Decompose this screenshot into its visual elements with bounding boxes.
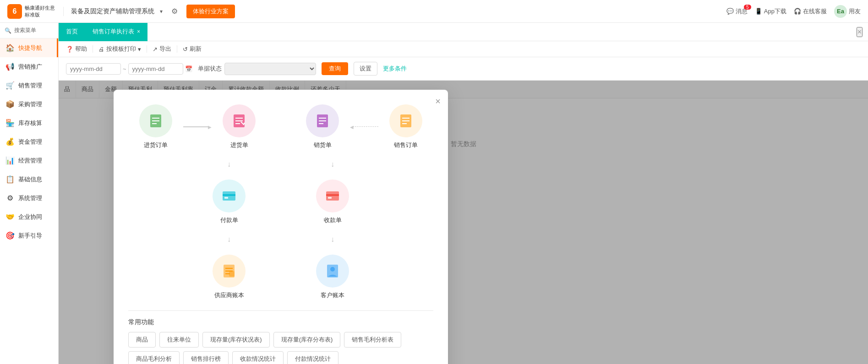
settings-icon[interactable]: ⚙	[168, 5, 181, 18]
tab-home[interactable]: 首页	[59, 23, 85, 41]
spacer-arrow	[183, 160, 202, 168]
setting-button[interactable]: 设置	[354, 62, 377, 76]
tab-bar: 首页 销售订单执行表 × ×	[59, 23, 868, 41]
flow-row-middle: 付款单	[128, 179, 433, 224]
tab-sales-order-exec[interactable]: 销售订单执行表 ×	[85, 23, 147, 41]
status-select[interactable]	[224, 63, 316, 75]
supplier-ledger-icon	[213, 255, 246, 288]
app-download-button[interactable]: 📱 App下载	[755, 7, 786, 16]
sidebar-item-label: 企业协同	[18, 213, 42, 221]
da-receipt: ↓	[305, 235, 360, 244]
enterprise-icon: 🤝	[5, 212, 15, 221]
common-functions-title: 常用功能	[128, 318, 433, 326]
func-btn-7[interactable]: 收款情况统计	[232, 351, 284, 364]
arrow-sales	[350, 125, 378, 130]
sidebar-item-inventory[interactable]: 🏪 库存核算	[0, 114, 58, 132]
func-btn-4[interactable]: 销售毛利分析表	[344, 332, 401, 348]
flow-arrows-down: ↓ ↓	[128, 160, 433, 168]
user-menu[interactable]: Ea 用友	[834, 5, 861, 18]
tab-close-all-button[interactable]: ×	[857, 27, 863, 37]
func-btn-5[interactable]: 商品毛利分析	[128, 351, 180, 364]
flow-item-purchase-order[interactable]: 进货订单	[128, 104, 183, 149]
sp4	[360, 235, 378, 244]
headset-icon: 🎧	[794, 8, 801, 15]
status-label: 单据状态	[198, 65, 222, 73]
system-icon: ⚙	[5, 194, 15, 202]
supplier-ledger-label: 供应商账本	[214, 291, 244, 299]
purchase-bill-icon	[223, 104, 256, 137]
flow-item-receipt[interactable]: 收款单	[305, 179, 360, 224]
sidebar-item-sales[interactable]: 🛒 销售管理	[0, 76, 58, 95]
separator3	[177, 45, 177, 53]
sidebar-item-enterprise[interactable]: 🤝 企业协同	[0, 207, 58, 226]
flow-item-sales-bill[interactable]: 销货单	[295, 104, 350, 149]
func-btn-1[interactable]: 往来单位	[159, 332, 199, 348]
logo-icon: 6	[7, 4, 22, 19]
flow-item-customer-ledger[interactable]: 客户账本	[305, 255, 360, 299]
receipt-label: 收款单	[324, 216, 342, 224]
flow-item-purchase-bill[interactable]: 进货单	[212, 104, 267, 149]
system-dropdown[interactable]: ▾	[160, 8, 163, 15]
svg-rect-17	[223, 194, 235, 196]
sidebar-item-guide[interactable]: 🎯 新手引导	[0, 226, 58, 245]
more-conditions-button[interactable]: 更多条件	[383, 65, 407, 73]
phone-icon: 📱	[755, 8, 762, 15]
sales-icon: 🛒	[5, 81, 15, 90]
purchase-order-label: 进货订单	[144, 141, 168, 149]
help-icon: ❓	[66, 46, 73, 53]
sidebar-item-label: 经营管理	[18, 157, 42, 165]
func-btn-3[interactable]: 现存量(库存分布表)	[273, 332, 341, 348]
top-divider	[63, 7, 64, 16]
logo-text: 畅康通好生意 标准版	[25, 5, 55, 18]
online-service-button[interactable]: 🎧 在线客服	[794, 7, 827, 16]
sidebar-item-label: 销售管理	[18, 81, 42, 90]
flow-item-sales-order[interactable]: 销售订单	[378, 104, 433, 149]
dropdown-icon: ▾	[138, 46, 141, 53]
date-end-input[interactable]	[128, 63, 183, 75]
date-start-input[interactable]	[66, 63, 121, 75]
func-btn-0[interactable]: 商品	[128, 332, 156, 348]
tab-label: 首页	[66, 27, 78, 36]
message-button[interactable]: 💬 消息 5	[726, 7, 748, 16]
func-btn-8[interactable]: 付款情况统计	[287, 351, 338, 364]
sidebar-item-operations[interactable]: 📊 经营管理	[0, 151, 58, 170]
modal-close-button[interactable]: ×	[435, 96, 441, 107]
sidebar-item-finance[interactable]: 💰 资金管理	[0, 132, 58, 151]
calendar-icon[interactable]: 📅	[185, 65, 192, 72]
content-inner: ❓ 帮助 🖨 按模板打印 ▾ ↗ 导出	[59, 41, 868, 364]
sales-bill-icon	[306, 104, 339, 137]
sp5	[378, 235, 433, 244]
export-button[interactable]: ↗ 导出	[153, 45, 171, 53]
sidebar-item-label: 基础信息	[18, 175, 42, 184]
spacer-mid	[257, 160, 305, 168]
template-print-button[interactable]: 🖨 按模板打印 ▾	[98, 45, 141, 53]
flow-item-payment[interactable]: 付款单	[202, 179, 257, 224]
sp2	[183, 235, 202, 244]
sp3	[257, 235, 305, 244]
refresh-button[interactable]: ↺ 刷新	[183, 45, 202, 53]
operations-icon: 📊	[5, 156, 15, 165]
query-button[interactable]: 查询	[322, 62, 348, 75]
message-icon: 💬	[726, 8, 734, 15]
func-btn-2[interactable]: 现存量(库存状况表)	[202, 332, 270, 348]
trial-button[interactable]: 体验行业方案	[186, 5, 235, 18]
flow-item-supplier-ledger[interactable]: 供应商账本	[202, 255, 257, 299]
sidebar-item-system[interactable]: ⚙ 系统管理	[0, 189, 58, 207]
sidebar: 🔍 快捷导航 搜索菜单 🏠 快捷导航 📢 营销推广 🛒 销售管理 📦 采购管理	[0, 23, 59, 364]
flow-row-bottom: 供应商账本	[128, 255, 433, 299]
func-btn-6[interactable]: 销售排行榜	[183, 351, 229, 364]
sidebar-item-quick-nav[interactable]: 🏠 快捷导航	[0, 38, 58, 57]
sidebar-item-label: 系统管理	[18, 194, 42, 202]
sidebar-item-basic-info[interactable]: 📋 基础信息	[0, 170, 58, 189]
spacer-right-arrow	[360, 160, 378, 168]
purchase-bill-label: 进货单	[230, 141, 248, 149]
sidebar-item-marketing[interactable]: 📢 营销推广	[0, 57, 58, 76]
logo-area: 6 畅康通好生意 标准版	[7, 4, 58, 19]
search-menu[interactable]: 🔍 快捷导航 搜索菜单	[0, 23, 58, 38]
svg-rect-21	[328, 197, 332, 199]
sidebar-item-purchase[interactable]: 📦 采购管理	[0, 95, 58, 114]
tab-close-icon[interactable]: ×	[137, 28, 140, 35]
avatar: Ea	[834, 5, 847, 18]
help-button[interactable]: ❓ 帮助	[66, 45, 87, 53]
refresh-icon: ↺	[183, 46, 188, 53]
